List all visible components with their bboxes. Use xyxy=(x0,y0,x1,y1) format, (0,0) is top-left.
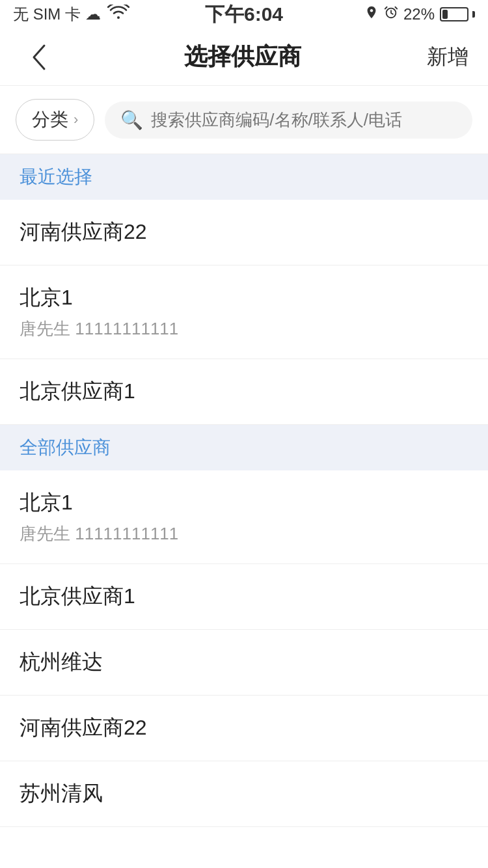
search-input-wrapper: 🔍 xyxy=(105,102,472,139)
nav-bar: 选择供应商 新增 xyxy=(0,29,488,86)
category-label: 分类 xyxy=(32,107,68,132)
page-title: 选择供应商 xyxy=(184,41,301,73)
list-item[interactable]: 河南供应商22 xyxy=(0,200,488,265)
status-right: 22% xyxy=(364,5,475,23)
all-list: 北京1唐先生 11111111111北京供应商1杭州维达河南供应商22苏州清风 xyxy=(0,470,488,827)
status-time: 下午6:04 xyxy=(205,1,283,28)
chevron-icon: › xyxy=(74,111,78,128)
item-name: 河南供应商22 xyxy=(20,714,468,742)
status-left: 无 SIM 卡 ☁ xyxy=(13,4,129,25)
back-button[interactable] xyxy=(20,38,59,77)
battery-percent: 22% xyxy=(403,5,435,23)
all-section-header: 全部供应商 xyxy=(0,425,488,470)
item-name: 北京1 xyxy=(20,489,468,517)
battery-icon xyxy=(440,7,475,21)
item-sub: 唐先生 11111111111 xyxy=(20,318,468,340)
search-bar: 分类 › 🔍 xyxy=(0,86,488,154)
item-sub: 唐先生 11111111111 xyxy=(20,522,468,545)
item-name: 北京1 xyxy=(20,284,468,312)
list-item[interactable]: 杭州维达 xyxy=(0,630,488,696)
item-name: 苏州清风 xyxy=(20,780,468,808)
category-button[interactable]: 分类 › xyxy=(16,99,94,141)
search-input[interactable] xyxy=(151,110,457,130)
wifi-icon xyxy=(107,5,129,24)
item-name: 北京供应商1 xyxy=(20,582,468,611)
add-button[interactable]: 新增 xyxy=(427,43,468,72)
list-item[interactable]: 河南供应商22 xyxy=(0,696,488,761)
list-item[interactable]: 北京1唐先生 11111111111 xyxy=(0,265,488,359)
recent-list: 河南供应商22北京1唐先生 11111111111北京供应商1 xyxy=(0,200,488,425)
list-item[interactable]: 北京供应商1 xyxy=(0,564,488,630)
status-bar: 无 SIM 卡 ☁ 下午6:04 22% xyxy=(0,0,488,29)
no-sim-label: 无 SIM 卡 ☁ xyxy=(13,4,101,25)
item-name: 北京供应商1 xyxy=(20,377,468,406)
list-item[interactable]: 北京1唐先生 11111111111 xyxy=(0,470,488,564)
list-item[interactable]: 苏州清风 xyxy=(0,761,488,827)
alarm-icon xyxy=(384,5,398,23)
item-name: 杭州维达 xyxy=(20,648,468,677)
list-item[interactable]: 北京供应商1 xyxy=(0,359,488,425)
item-name: 河南供应商22 xyxy=(20,218,468,247)
location-icon xyxy=(364,5,379,23)
search-icon: 🔍 xyxy=(120,109,143,131)
recent-section-header: 最近选择 xyxy=(0,154,488,200)
